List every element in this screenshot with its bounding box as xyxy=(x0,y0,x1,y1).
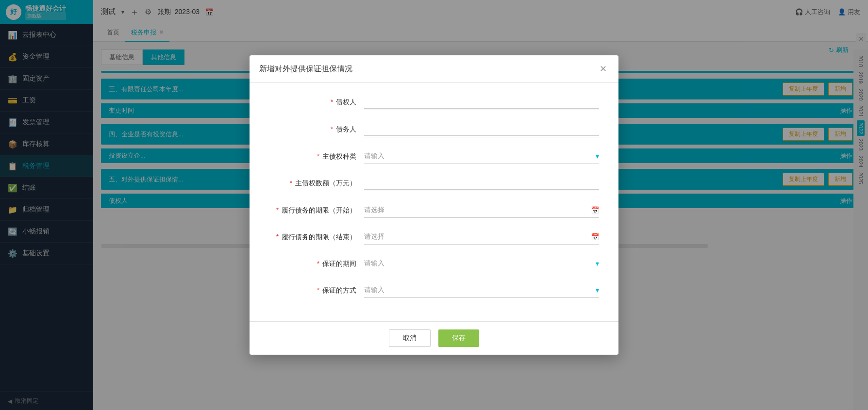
form-row-period-end: * 履行债务的期限（结束） 请选择 📅 xyxy=(269,230,599,245)
guarantee-method-select[interactable]: 请输入 ▾ xyxy=(364,283,599,298)
debt-type-label: * 主债权种类 xyxy=(269,152,356,161)
guarantee-method-label: * 保证的方式 xyxy=(269,286,356,295)
debt-type-chevron-icon: ▾ xyxy=(596,152,599,160)
cancel-button[interactable]: 取消 xyxy=(389,329,431,347)
period-end-date[interactable]: 请选择 📅 xyxy=(364,230,599,245)
guarantee-period-placeholder: 请输入 xyxy=(364,259,384,268)
debt-amount-input[interactable] xyxy=(364,176,599,190)
creditor-input[interactable] xyxy=(364,95,599,109)
modal-header: 新增对外提供保证担保情况 ✕ xyxy=(250,55,618,83)
debt-type-placeholder: 请输入 xyxy=(364,152,384,161)
modal-body: * 债权人 * 债务人 xyxy=(250,83,618,321)
form-row-guarantee-method: * 保证的方式 请输入 ▾ xyxy=(269,283,599,298)
guarantee-period-select[interactable]: 请输入 ▾ xyxy=(364,256,599,271)
form-row-debt-type: * 主债权种类 请输入 ▾ xyxy=(269,149,599,164)
required-star: * xyxy=(317,152,319,160)
creditor-label: * 债权人 xyxy=(269,98,356,107)
debtor-field-wrapper xyxy=(364,122,599,137)
debt-amount-label: * 主债权数额（万元） xyxy=(269,179,356,188)
required-star: * xyxy=(331,125,333,133)
required-star: * xyxy=(276,233,279,241)
modal-dialog: 新增对外提供保证担保情况 ✕ * 债权人 * 债务人 xyxy=(250,55,618,355)
period-start-calendar-icon: 📅 xyxy=(591,206,599,214)
period-end-calendar-icon: 📅 xyxy=(591,233,599,241)
period-start-placeholder: 请选择 xyxy=(364,206,384,214)
modal-overlay: 新增对外提供保证担保情况 ✕ * 债权人 * 债务人 xyxy=(0,0,868,410)
modal-close-button[interactable]: ✕ xyxy=(597,63,609,75)
required-star: * xyxy=(276,206,279,214)
modal-title: 新增对外提供保证担保情况 xyxy=(259,64,352,74)
form-row-guarantee-period: * 保证的期间 请输入 ▾ xyxy=(269,256,599,271)
creditor-field-wrapper xyxy=(364,95,599,110)
required-star: * xyxy=(317,260,319,267)
debt-amount-field-wrapper xyxy=(364,176,599,191)
modal-footer: 取消 保存 xyxy=(250,321,618,355)
period-end-label: * 履行债务的期限（结束） xyxy=(269,233,356,242)
form-row-creditor: * 债权人 xyxy=(269,95,599,110)
form-row-debt-amount: * 主债权数额（万元） xyxy=(269,176,599,191)
guarantee-method-placeholder: 请输入 xyxy=(364,286,384,295)
guarantee-period-label: * 保证的期间 xyxy=(269,260,356,268)
required-star: * xyxy=(290,179,292,187)
guarantee-method-chevron-icon: ▾ xyxy=(596,286,599,294)
save-button[interactable]: 保存 xyxy=(438,329,479,347)
period-start-date[interactable]: 请选择 📅 xyxy=(364,203,599,218)
debt-type-select[interactable]: 请输入 ▾ xyxy=(364,149,599,164)
debtor-label: * 债务人 xyxy=(269,125,356,134)
period-start-label: * 履行债务的期限（开始） xyxy=(269,206,356,215)
debtor-input[interactable] xyxy=(364,122,599,136)
form-row-period-start: * 履行债务的期限（开始） 请选择 📅 xyxy=(269,203,599,218)
guarantee-period-chevron-icon: ▾ xyxy=(596,260,599,267)
form-row-debtor: * 债务人 xyxy=(269,122,599,137)
required-star: * xyxy=(317,286,319,294)
period-end-placeholder: 请选择 xyxy=(364,232,384,241)
required-star: * xyxy=(331,98,333,106)
